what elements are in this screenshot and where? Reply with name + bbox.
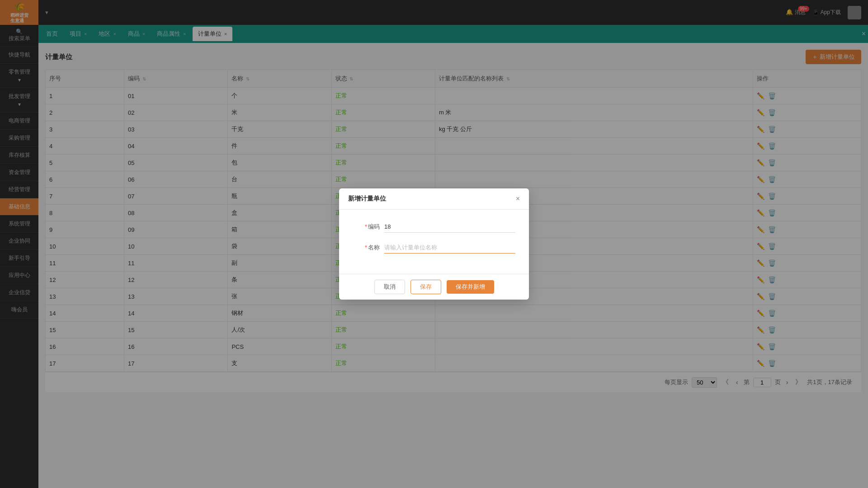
modal-footer: 取消 保存 保存并新增 xyxy=(339,274,529,300)
required-icon-name: * xyxy=(365,244,367,251)
modal-body: *编码 *名称 xyxy=(339,210,529,274)
modal-overlay: 新增计量单位 × *编码 *名称 取消 保存 保存并新增 xyxy=(0,0,868,488)
form-code-input[interactable] xyxy=(384,221,515,233)
required-icon-code: * xyxy=(365,223,367,230)
form-row-code: *编码 xyxy=(353,221,515,233)
form-name-input[interactable] xyxy=(384,242,515,253)
modal-box: 新增计量单位 × *编码 *名称 取消 保存 保存并新增 xyxy=(339,188,529,300)
modal-title: 新增计量单位 xyxy=(348,195,386,203)
save-add-button[interactable]: 保存并新增 xyxy=(447,280,494,294)
modal-close-button[interactable]: × xyxy=(516,195,520,203)
form-row-name: *名称 xyxy=(353,242,515,253)
save-button[interactable]: 保存 xyxy=(410,280,441,294)
modal-header: 新增计量单位 × xyxy=(339,188,529,210)
form-name-label: *名称 xyxy=(353,244,380,252)
form-code-label: *编码 xyxy=(353,223,380,231)
cancel-button[interactable]: 取消 xyxy=(374,280,405,294)
